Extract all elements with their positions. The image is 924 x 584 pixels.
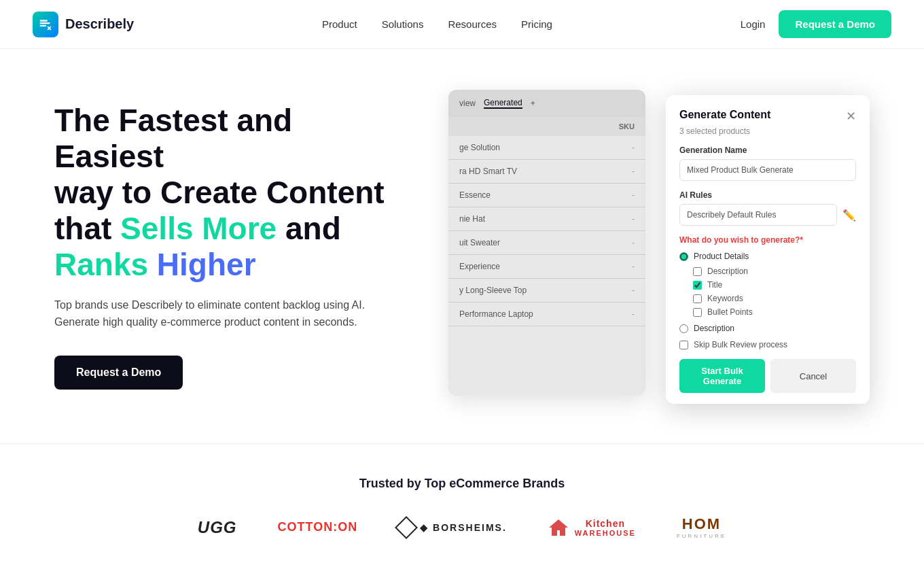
table-row: nie Hat -	[448, 207, 645, 231]
tab-view[interactable]: view	[459, 99, 476, 108]
radio-product-details-group: Product Details Description Title	[679, 252, 856, 333]
mockup-tabs: view Generated +	[448, 90, 645, 117]
sku-header: SKU	[448, 117, 645, 136]
checkbox-title[interactable]: Title	[693, 280, 856, 290]
radio-description[interactable]: Description	[679, 324, 856, 333]
close-icon[interactable]: ✕	[846, 109, 856, 124]
tab-generated[interactable]: Generated	[484, 98, 522, 109]
hero-subtitle: Top brands use Describely to eliminate c…	[54, 296, 408, 331]
nav-resources[interactable]: Resources	[448, 18, 497, 30]
ai-rules-row: Describely Default Rules ✏️	[679, 204, 856, 226]
request-demo-button-hero[interactable]: Request a Demo	[54, 356, 183, 390]
checkbox-description[interactable]: Description	[693, 267, 856, 276]
table-row: Experience -	[448, 255, 645, 279]
trusted-section: Trusted by Top eCommerce Brands UGG COTT…	[0, 443, 924, 572]
gen-panel-title: Generate Content	[679, 109, 770, 121]
table-row: uit Sweater -	[448, 231, 645, 255]
what-generate-label: What do you wish to generate?*	[679, 235, 856, 245]
start-bulk-generate-button[interactable]: Start Bulk Generate	[679, 359, 765, 393]
edit-icon[interactable]: ✏️	[842, 209, 856, 222]
nav-actions: Login Request a Demo	[741, 10, 891, 38]
brand-kitchen-warehouse: Kitchen WAREHOUSE	[548, 517, 636, 538]
tab-add[interactable]: +	[531, 99, 535, 108]
nav-product[interactable]: Product	[322, 18, 357, 30]
login-link[interactable]: Login	[741, 18, 766, 30]
table-row: Performance Laptop -	[448, 303, 645, 326]
logo-icon	[33, 12, 58, 37]
generate-content-panel: Generate Content ✕ 3 selected products G…	[666, 95, 870, 404]
hero-section: The Fastest and Easiest way to Create Co…	[0, 49, 924, 443]
logo-link[interactable]: Describely	[33, 12, 134, 37]
table-row: ra HD Smart TV -	[448, 160, 645, 184]
skip-bulk-review[interactable]: Skip Bulk Review process	[679, 340, 856, 349]
gen-name-input[interactable]	[679, 159, 856, 181]
ai-rules-label: AI Rules	[679, 190, 856, 200]
table-row: y Long-Sleeve Top -	[448, 279, 645, 303]
selected-products-label: 3 selected products	[679, 126, 856, 136]
borsheims-diamond-icon	[395, 516, 418, 539]
mockup-product-list: view Generated + SKU ge Solution - ra HD…	[448, 90, 645, 396]
brand-hom: HOMFURNITURE	[677, 515, 726, 539]
checkbox-group: Description Title Keywords Bullet P	[679, 267, 856, 317]
cancel-button[interactable]: Cancel	[770, 359, 856, 393]
checkbox-keywords[interactable]: Keywords	[693, 294, 856, 303]
nav-solutions[interactable]: Solutions	[382, 18, 424, 30]
gen-actions: Start Bulk Generate Cancel	[679, 359, 856, 393]
request-demo-button-nav[interactable]: Request a Demo	[779, 10, 891, 38]
kitchen-warehouse-icon	[548, 517, 569, 538]
nav-pricing[interactable]: Pricing	[521, 18, 552, 30]
gen-panel-header: Generate Content ✕	[679, 109, 856, 124]
nav-links: Product Solutions Resources Pricing	[322, 18, 552, 30]
hero-title: The Fastest and Easiest way to Create Co…	[54, 103, 408, 282]
brand-borsheims: ◆ BORSHEIMS.	[398, 519, 507, 536]
ai-rules-select[interactable]: Describely Default Rules	[679, 204, 837, 226]
hero-left: The Fastest and Easiest way to Create Co…	[54, 103, 408, 390]
navbar: Describely Product Solutions Resources P…	[0, 0, 924, 49]
brand-cotton-on: COTTON:ON	[278, 520, 358, 534]
trusted-title: Trusted by Top eCommerce Brands	[54, 477, 870, 491]
table-row: Essence -	[448, 184, 645, 207]
trusted-logos: UGG COTTON:ON ◆ BORSHEIMS. Kitchen WAREH…	[54, 515, 870, 539]
brand-ugg: UGG	[198, 518, 237, 537]
logo-text: Describely	[65, 16, 134, 32]
gen-name-label: Generation Name	[679, 145, 856, 155]
radio-product-details[interactable]: Product Details	[679, 252, 856, 261]
table-row: ge Solution -	[448, 136, 645, 160]
checkbox-bullet-points[interactable]: Bullet Points	[693, 307, 856, 317]
hero-mockup: view Generated + SKU ge Solution - ra HD…	[448, 90, 870, 402]
